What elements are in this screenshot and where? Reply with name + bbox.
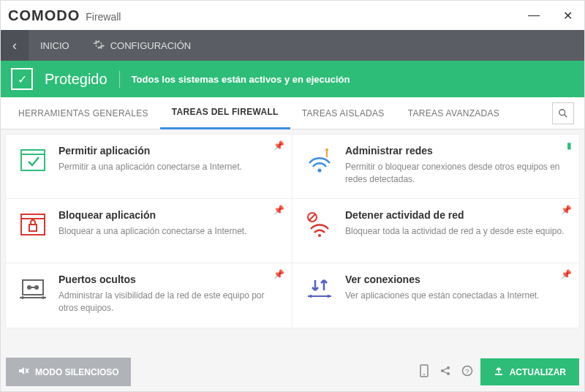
tab-isolated-tasks[interactable]: TAREAS AISLADAS	[290, 97, 396, 129]
product-name: Firewall	[86, 11, 121, 23]
pin-icon[interactable]: 📌	[273, 140, 284, 151]
card-title: Ver conexiones	[345, 274, 567, 285]
pin-icon[interactable]: 📌	[561, 205, 572, 215]
window-controls: — ✕	[524, 7, 577, 24]
card-title: Bloquear aplicación	[58, 209, 280, 221]
gear-icon	[93, 39, 105, 53]
svg-point-29	[447, 372, 450, 375]
card-manage-networks[interactable]: Administrar redes Permitir o bloquear co…	[292, 135, 579, 199]
nav-home[interactable]: INICIO	[29, 30, 81, 61]
svg-point-4	[318, 169, 322, 173]
svg-rect-2	[21, 150, 45, 170]
connections-icon	[304, 274, 335, 304]
tabs: HERRAMIENTAS GENERALES TAREAS DEL FIREWA…	[1, 97, 584, 129]
tab-general-tools[interactable]: HERRAMIENTAS GENERALES	[7, 97, 160, 129]
footer-icons: ?	[419, 364, 473, 380]
wifi-icon	[304, 145, 335, 176]
card-title: Puertos ocultos	[58, 274, 280, 285]
nav-home-label: INICIO	[40, 40, 69, 51]
footer: MODO SILENCIOSO ? ACTUALIZAR	[6, 358, 579, 386]
titlebar: COMODO Firewall — ✕	[1, 1, 584, 30]
svg-point-10	[318, 234, 321, 237]
card-desc: Ver aplicaciones que están conectadas a …	[345, 290, 567, 302]
update-button[interactable]: ACTUALIZAR	[480, 358, 579, 385]
search-button[interactable]	[552, 102, 574, 124]
card-view-connections[interactable]: Ver conexiones Ver aplicaciones que está…	[292, 263, 579, 328]
status-check-icon: ✓	[11, 68, 33, 90]
tab-firewall-tasks[interactable]: TAREAS DEL FIREWALL	[160, 97, 290, 129]
block-app-icon	[18, 209, 48, 240]
card-title: Detener actividad de red	[345, 209, 567, 221]
card-desc: Bloquear toda la actividad de red a y de…	[345, 225, 567, 238]
card-title: Permitir aplicación	[58, 145, 280, 157]
svg-line-31	[443, 372, 447, 374]
brand-name: COMODO	[8, 7, 80, 24]
pin-icon[interactable]: 📌	[273, 205, 284, 215]
help-icon[interactable]: ?	[461, 365, 473, 380]
card-desc: Permitir a una aplicación conectarse a I…	[58, 161, 280, 173]
svg-line-1	[565, 114, 567, 117]
svg-point-18	[21, 296, 24, 299]
allow-app-icon	[18, 145, 48, 176]
svg-rect-9	[29, 225, 37, 231]
close-button[interactable]: ✕	[559, 7, 577, 24]
status-bar: ✓ Protegido Todos los sistemas están act…	[1, 61, 584, 97]
tab-advanced-tasks[interactable]: TAREAS AVANZADAS	[396, 97, 512, 129]
minimize-button[interactable]: —	[524, 7, 544, 24]
navbar: ‹ INICIO CONFIGURACIÓN	[1, 30, 584, 61]
card-desc: Administrar la visibilidad de la red de …	[58, 290, 280, 314]
search-icon	[558, 108, 568, 118]
svg-line-12	[309, 214, 315, 220]
hidden-ports-icon	[18, 274, 48, 304]
silent-mode-button[interactable]: MODO SILENCIOSO	[6, 358, 131, 386]
silent-label: MODO SILENCIOSO	[35, 367, 119, 377]
svg-point-22	[327, 295, 330, 298]
svg-point-6	[325, 148, 328, 151]
svg-point-28	[447, 366, 450, 369]
svg-text:?: ?	[465, 367, 469, 374]
share-icon[interactable]	[439, 365, 451, 380]
status-subtitle: Todos los sistemas están activos y en ej…	[132, 74, 350, 85]
svg-point-26	[423, 374, 425, 375]
logo: COMODO Firewall	[8, 7, 121, 24]
pin-icon[interactable]: 📌	[561, 269, 572, 279]
mobile-icon[interactable]	[419, 364, 429, 380]
status-title: Protegido	[45, 71, 120, 88]
svg-point-0	[559, 109, 565, 115]
update-label: ACTUALIZAR	[510, 367, 566, 377]
stop-network-icon	[304, 209, 335, 240]
pin-icon[interactable]: ▮	[567, 140, 572, 151]
pin-icon[interactable]: 📌	[273, 269, 284, 279]
card-block-app[interactable]: Bloquear aplicación Bloquear a una aplic…	[6, 199, 292, 263]
card-stop-network[interactable]: Detener actividad de red Bloquear toda l…	[292, 199, 579, 263]
card-desc: Permitir o bloquear conexiones desde otr…	[345, 161, 567, 186]
svg-point-19	[42, 296, 45, 299]
card-desc: Bloquear a una aplicación conectarse a I…	[58, 225, 280, 238]
card-allow-app[interactable]: Permitir aplicación Permitir a una aplic…	[6, 135, 292, 199]
card-hidden-ports[interactable]: Puertos ocultos Administrar la visibilid…	[6, 263, 292, 328]
nav-settings-label: CONFIGURACIÓN	[110, 40, 192, 51]
back-button[interactable]: ‹	[1, 30, 29, 61]
mute-icon	[18, 365, 29, 379]
cards-grid: Permitir aplicación Permitir a una aplic…	[5, 134, 580, 328]
upload-icon	[494, 366, 504, 378]
nav-settings[interactable]: CONFIGURACIÓN	[81, 30, 203, 61]
svg-point-21	[309, 295, 312, 298]
svg-line-30	[443, 368, 447, 370]
card-title: Administrar redes	[345, 145, 567, 157]
